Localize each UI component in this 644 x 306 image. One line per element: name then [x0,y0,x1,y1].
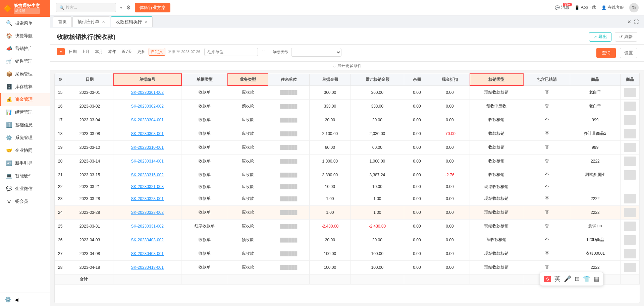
sidebar-bottom: ⚙️ ◀ [0,293,50,306]
filter-toggle-button[interactable]: » [57,48,65,55]
cell-writeoff-type: 现结收款核销 [470,247,523,260]
expand-window-icon[interactable]: ⛶ [634,19,639,24]
date-btn-custom[interactable]: 自定义 [149,48,165,56]
footer-goods2 [621,274,640,284]
counterparty-input[interactable] [204,48,258,56]
bill-type-select[interactable] [291,48,341,57]
sidebar-item-collab[interactable]: 🤝企业协同 [0,144,50,157]
tab-window-controls: ✕ ⛶ [625,19,641,24]
collapse-icon[interactable]: ◀ [15,297,18,302]
floating-icon-grid[interactable]: ⊞ [575,275,580,283]
date-btn-7days[interactable]: 近7天 [120,48,134,55]
topbar-gear-icon[interactable]: ⚙ [126,4,131,11]
sidebar-item-hardware[interactable]: 💻智能硬件 [0,170,50,182]
sidebar-item-sales[interactable]: 🛒销售管理 [0,55,50,68]
cell-date: 2023-03-08 [66,127,113,140]
tab-close-collect-writeoff[interactable]: ✕ [145,20,148,24]
operations-icon: 📊 [6,109,12,115]
date-btn-more[interactable]: 更多 [135,48,147,55]
topbar-caret-icon[interactable]: ▾ [120,5,122,10]
cell-bill-type: 收款单 [181,127,228,140]
table-row: 18 2023-03-08 SK-20230308-001 收款单 应收款 ██… [55,127,640,140]
sidebar-label-purchase: 采购管理 [15,71,33,77]
table-row: 17 2023-03-04 SK-20230304-001 收款单 应收款 ██… [55,113,640,127]
sidebar-item-member[interactable]: V畅会员 [0,195,50,208]
tab-close-prepay[interactable]: ✕ [102,20,105,24]
sidebar-item-guide[interactable]: 🆕新手引导 [0,157,50,170]
logo-text: 畅捷通好生意 [14,3,40,9]
sidebar-label-basic: 基础信息 [15,122,33,128]
cell-biz-type: 应收款 [228,140,268,154]
cell-writeoff-amount: 1,000.00 [351,154,404,168]
message-icon: 💬 [555,5,560,10]
bill-type-label: 单据类型 [272,50,288,55]
date-btn-this-month[interactable]: 本月 [93,48,105,55]
cell-bill-type: 收款单 [181,260,228,274]
cell-no: 15 [55,85,66,99]
sidebar-item-marketing[interactable]: 📣营销推广 [0,42,50,55]
support-label: 在线客服 [608,5,624,10]
online-support-button[interactable]: 👤 在线客服 [601,5,624,10]
floating-icon-shirt[interactable]: 👕 [583,275,590,283]
cell-balance: 0.00 [404,127,430,140]
table-wrapper[interactable]: ⚙ 日期 单据编号 单据类型 业务类型 往来单位 单据金额 累计核销金额 余额 … [54,73,640,303]
date-range-display: 不限 至 2023-07-26 [168,49,200,54]
basic-icon: ℹ️ [6,122,12,128]
sidebar-item-wechat[interactable]: 💬企业微信 [0,182,50,195]
user-avatar[interactable]: Rit [629,3,639,12]
date-btn-last-month[interactable]: 上月 [79,48,92,55]
table-row: 26 2023-04-03 SK-20230403-002 收款单 预收款 ██… [55,233,640,247]
cell-biz-type: 应收款 [228,113,268,127]
th-gear[interactable]: ⚙ [55,74,66,85]
cell-date: 2023-03-10 [66,140,113,154]
refresh-button[interactable]: ↺ 刷新 [615,32,637,42]
cell-goods2 [621,233,640,247]
settings-button[interactable]: 设置 [620,48,637,58]
cell-amount: 20.00 [309,113,351,127]
cell-goods2 [621,127,640,140]
cell-amount: 60.00 [309,140,351,154]
cell-no: 18 [55,127,66,140]
export-button[interactable]: ↗ 导出 [589,32,611,42]
cell-bill-type: 收款单 [181,205,228,219]
cell-no: 25 [55,219,66,233]
sidebar-item-operations[interactable]: 📊经营管理 [0,106,50,119]
tab-home[interactable]: 首页 [53,16,72,27]
floating-icon-apps[interactable]: ▦ [594,275,599,283]
sidebar-item-purchase[interactable]: 📦采购管理 [0,68,50,80]
cell-include-settled: 否 [523,140,570,154]
sidebar-label-operations: 经营管理 [15,109,33,115]
cell-cash-discount: 0.00 [430,182,470,192]
tab-collect-writeoff[interactable]: 收款核销执行✕ [111,16,153,27]
message-button[interactable]: 💬 消息 99+ [555,5,569,10]
search-placeholder: 搜索... [66,5,77,10]
query-button[interactable]: 查询 [596,48,616,58]
tab-prepay[interactable]: 预付应付单✕ [72,16,110,27]
cell-biz-type: 应收款 [228,247,268,260]
table-row: 24 2023-03-28 SK-20230328-002 收款单 应收款 ██… [55,205,640,219]
table-header-row: ⚙ 日期 单据编号 单据类型 业务类型 往来单位 单据金额 累计核销金额 余额 … [55,74,640,85]
topbar-search[interactable]: 🔍 搜索... [56,3,116,12]
floating-icon-text[interactable]: 英 [554,275,560,283]
sidebar-item-basic[interactable]: ℹ️基础信息 [0,119,50,131]
sidebar-item-search[interactable]: 🔍搜索菜单 [0,17,50,29]
table-row: 21 2023-03-15 SK-20230315-002 收款单 应收款 ██… [55,168,640,182]
sidebar-item-quicknav[interactable]: 🏠快捷导航 [0,29,50,42]
th-bill-no: 单据编号 [113,74,181,85]
th-counterparty: 往来单位 [268,74,309,85]
cell-no: 21 [55,168,66,182]
close-window-icon[interactable]: ✕ [627,19,631,24]
cell-amount: 100.00 [309,247,351,260]
settings-icon[interactable]: ⚙️ [5,296,11,303]
footer-bill-no [113,274,181,284]
solution-button[interactable]: 体验行业方案 [135,3,170,12]
expand-more-button[interactable]: ⌄ 展开更多条件 [333,63,362,69]
th-writeoff-amount: 累计核销金额 [351,74,404,85]
cell-date: 2023-03-31 [66,219,113,233]
app-download-button[interactable]: 📱 App下载 [575,5,596,10]
sidebar-item-system[interactable]: ⚙️系统管理 [0,131,50,144]
sidebar-item-inventory[interactable]: 🗄️库存核算 [0,80,50,93]
floating-icon-mic[interactable]: 🎤 [564,275,571,283]
sidebar-item-finance[interactable]: 💰资金管理 [0,93,50,106]
date-btn-this-year[interactable]: 本年 [106,48,118,55]
